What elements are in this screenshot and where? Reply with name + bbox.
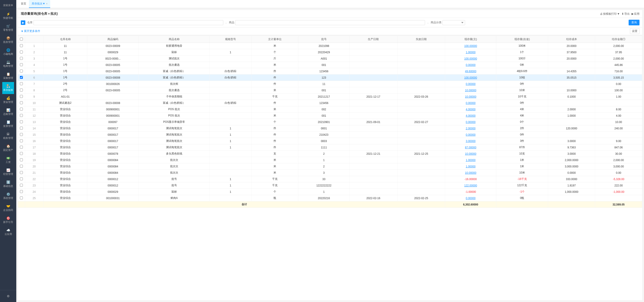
row-checkbox[interactable] bbox=[20, 44, 23, 47]
tab-首页[interactable]: 首页 bbox=[18, 0, 29, 8]
row-qty-main[interactable]: 0.00000 bbox=[445, 195, 496, 201]
row-checkbox[interactable] bbox=[20, 108, 23, 111]
table-row[interactable]: 25营业综合001000031鲜肉A瓶202202162022-02-16202… bbox=[18, 195, 642, 201]
row-checkbox[interactable] bbox=[20, 127, 23, 130]
table-row[interactable]: 14营业综合0000017测试电笔批次1件00012.000002件120.00… bbox=[18, 125, 642, 132]
table-row[interactable]: 61号0023-00008富减（白色/奶棕）白色/奶棕件123100.00000… bbox=[18, 75, 642, 81]
row-qty-main[interactable]: 10.00000 bbox=[445, 94, 496, 100]
sidebar-item-批发管理[interactable]: 📦批发管理 bbox=[2, 34, 14, 46]
row-checkbox-cell[interactable] bbox=[18, 56, 25, 62]
row-checkbox-cell[interactable] bbox=[18, 138, 25, 144]
row-checkbox[interactable] bbox=[20, 158, 23, 161]
row-checkbox-cell[interactable] bbox=[18, 151, 25, 157]
sidebar-item-系统管理[interactable]: ⚙️系统管理 bbox=[2, 190, 14, 202]
sidebar-item-固定资产[interactable]: 🏠固定资产 bbox=[2, 142, 14, 154]
sidebar-item-电商管理[interactable]: 💻电商管理 bbox=[2, 58, 14, 70]
row-checkbox-cell[interactable] bbox=[18, 106, 25, 113]
row-checkbox[interactable] bbox=[20, 101, 23, 104]
row-qty-main[interactable]: 100.00000 bbox=[445, 43, 496, 49]
row-checkbox[interactable] bbox=[20, 51, 23, 54]
row-qty-main[interactable]: 0.00000 bbox=[445, 81, 496, 87]
table-row[interactable]: 21营业综合0000084批次次米310.0000010米0.00000.00 bbox=[18, 170, 642, 176]
row-qty-main[interactable]: 1.00000 bbox=[445, 49, 496, 56]
sidebar-item-新手引导[interactable]: 🎯新手引导 bbox=[2, 214, 14, 226]
table-row[interactable]: 23营业综合0000012批号1千克1222222222122.00000122… bbox=[18, 182, 642, 189]
tab-库存批次▼[interactable]: 库存批次▼× bbox=[29, 0, 50, 8]
row-checkbox[interactable] bbox=[20, 171, 23, 174]
row-checkbox-cell[interactable] bbox=[18, 176, 25, 182]
table-row[interactable]: 82号0023-00005批次遴选米00110.0000010米10.00001… bbox=[18, 87, 642, 94]
row-checkbox[interactable] bbox=[20, 95, 23, 98]
table-row[interactable]: 2110000029鼠标1个202204291.000001个37.950037… bbox=[18, 49, 642, 56]
row-checkbox-cell[interactable] bbox=[18, 182, 25, 189]
row-checkbox-cell[interactable] bbox=[18, 100, 25, 106]
row-checkbox[interactable] bbox=[20, 120, 23, 123]
row-checkbox[interactable] bbox=[20, 114, 23, 117]
row-checkbox[interactable] bbox=[20, 152, 23, 155]
table-row[interactable]: 31号0023-0000...测试批次斤A001100.00000100斤20.… bbox=[18, 56, 642, 62]
row-checkbox-cell[interactable] bbox=[18, 68, 25, 75]
sidebar-item-云应用[interactable]: ☁️云应用 bbox=[2, 226, 14, 238]
search-button[interactable]: 查询 bbox=[628, 20, 640, 25]
row-checkbox[interactable] bbox=[20, 196, 23, 199]
row-qty-main[interactable]: 0.00000 bbox=[445, 62, 496, 68]
table-wrapper[interactable]: 仓库名称 商品编码 商品名称 规格型号 主计量单位 批号 生产日期 失效日期 现… bbox=[18, 36, 642, 300]
set-button[interactable]: 设置 bbox=[630, 28, 640, 34]
sidebar-search[interactable]: 搜索菜单 bbox=[0, 2, 16, 9]
row-checkbox-cell[interactable] bbox=[18, 94, 25, 100]
row-qty-main[interactable]: 1.00000 bbox=[445, 157, 496, 163]
row-checkbox-cell[interactable] bbox=[18, 49, 25, 56]
table-row[interactable]: 17营业综合0000017测试电笔批次1件111187.0000087件9.73… bbox=[18, 144, 642, 151]
row-checkbox-cell[interactable] bbox=[18, 75, 25, 81]
row-qty-main[interactable]: -16.00000 bbox=[445, 176, 496, 182]
sidebar-item-资金管理[interactable]: 💰资金管理 bbox=[2, 94, 14, 106]
table-row[interactable]: 15营业综合0000017测试电笔批次1件2104230.000000件 bbox=[18, 132, 642, 138]
table-row[interactable]: 18营业综合0000078多头黑色软线支22021-12-212021-12-2… bbox=[18, 151, 642, 157]
row-checkbox[interactable] bbox=[20, 70, 23, 73]
export-button[interactable]: ⬇ 导出 bbox=[622, 12, 630, 16]
table-row[interactable]: 19营业综合0000084批次次米11.000001米2,000.00002,0… bbox=[18, 157, 642, 163]
table-row[interactable]: 11营业综合000900001POS 批次米0024.000004米2.0000… bbox=[18, 106, 642, 113]
row-checkbox-cell[interactable] bbox=[18, 87, 25, 94]
row-checkbox[interactable] bbox=[20, 57, 23, 60]
row-qty-main[interactable]: 0.00000 bbox=[445, 132, 496, 138]
sidebar-item-经营管理[interactable]: 📈经营管理 bbox=[2, 166, 14, 178]
row-qty-main[interactable]: 2.00000 bbox=[445, 125, 496, 132]
row-checkbox-cell[interactable] bbox=[18, 81, 25, 87]
row-qty-main[interactable]: 122.00000 bbox=[445, 182, 496, 189]
sidebar-item-总账管理[interactable]: 📊总账管理 bbox=[2, 106, 14, 118]
row-checkbox-cell[interactable] bbox=[18, 119, 25, 125]
expand-button[interactable]: ▼ 展开更多条件 bbox=[21, 29, 40, 33]
sidebar-item-企业协同[interactable]: 🤝企业协同 bbox=[2, 202, 14, 214]
row-checkbox-cell[interactable] bbox=[18, 163, 25, 170]
warehouse-input[interactable] bbox=[34, 20, 223, 25]
category-select[interactable] bbox=[442, 20, 465, 25]
sidebar-item-工资[interactable]: 💵工资 bbox=[2, 154, 14, 166]
row-checkbox[interactable] bbox=[20, 177, 23, 180]
table-row[interactable]: 16营业综合0000017测试电笔批次1件00033.000003件3.0000… bbox=[18, 138, 642, 144]
sidebar-item-采购管理[interactable]: 📋采购管理 bbox=[2, 70, 14, 82]
row-qty-main[interactable]: 100.00000 bbox=[445, 75, 496, 81]
row-checkbox[interactable] bbox=[20, 63, 23, 66]
row-checkbox[interactable] bbox=[20, 190, 23, 193]
row-checkbox[interactable] bbox=[20, 165, 23, 168]
print-button[interactable]: 🖨 按模板打印 ▼ bbox=[600, 12, 620, 16]
row-checkbox[interactable] bbox=[20, 146, 23, 149]
row-checkbox[interactable] bbox=[20, 139, 23, 142]
sidebar-settings[interactable]: ⚙ bbox=[0, 292, 16, 300]
row-checkbox[interactable] bbox=[20, 184, 23, 187]
row-checkbox-cell[interactable] bbox=[18, 43, 25, 49]
sidebar-item-快捷导航[interactable]: ⚡快捷导航 bbox=[2, 10, 14, 22]
sidebar-item-零售管理[interactable]: 🛒零售管理 bbox=[2, 22, 14, 34]
row-qty-main[interactable]: 100.00000 bbox=[445, 56, 496, 62]
row-checkbox[interactable] bbox=[20, 133, 23, 136]
table-row[interactable]: 22营业综合0000012批号1千克33-16.00000-16千克333.00… bbox=[18, 176, 642, 182]
sidebar-item-小融电商[interactable]: 🌐小融电商 bbox=[2, 46, 14, 58]
select-all-checkbox[interactable] bbox=[20, 38, 23, 41]
row-checkbox-cell[interactable] bbox=[18, 144, 25, 151]
table-row[interactable]: 41号0023-00005批次遴选米0010.000000米445.86 bbox=[18, 62, 642, 68]
row-checkbox[interactable] bbox=[20, 89, 23, 92]
row-checkbox-cell[interactable] bbox=[18, 125, 25, 132]
tab-close-btn[interactable]: × bbox=[46, 3, 48, 5]
table-row[interactable]: 24营业综合0000029鼠标1个1-1.00000-1个1,000.0000-… bbox=[18, 189, 642, 195]
